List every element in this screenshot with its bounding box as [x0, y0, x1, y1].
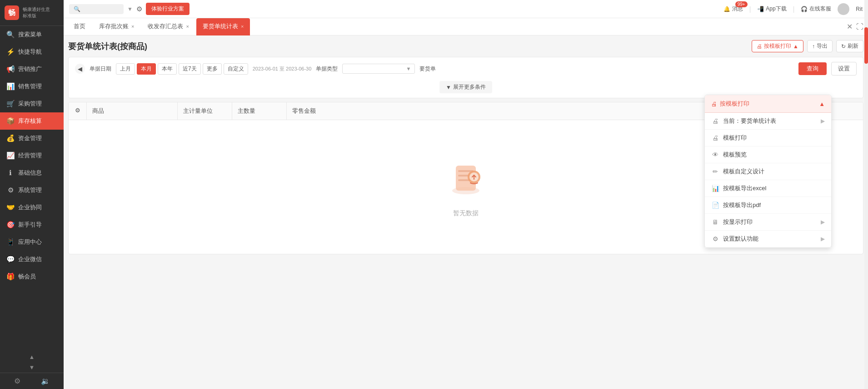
sidebar-logo[interactable]: 畅 畅康通好生意 标准版 — [0, 0, 64, 26]
topbar-chevron-icon[interactable]: ▼ — [127, 6, 133, 12]
date-btn-last-month[interactable]: 上月 — [116, 63, 135, 75]
sidebar-item-inventory[interactable]: 📦 库存核算 — [0, 112, 64, 130]
speaker-icon[interactable]: 🔉 — [41, 377, 50, 385]
date-btn-this-month[interactable]: 本月 — [137, 63, 156, 75]
sidebar-item-appcenter[interactable]: 📱 应用中心 — [0, 233, 64, 251]
printer-header-icon: 🖨 — [711, 101, 717, 107]
date-btn-custom[interactable]: 自定义 — [224, 63, 248, 75]
sidebar-item-member[interactable]: 🎁 畅会员 — [0, 268, 64, 285]
sidebar-scroll-down[interactable]: ▼ — [0, 362, 64, 373]
printer-icon: 🖨 — [757, 43, 762, 50]
dropdown-current-label: 当前：要货单统计表 — [723, 117, 776, 125]
trial-industry-button[interactable]: 体验行业方案 — [146, 3, 190, 15]
app-download-item[interactable]: 📲 App下载 — [757, 5, 786, 13]
empty-icon — [443, 157, 489, 202]
template-print-button[interactable]: 🖨 按模板打印 ▲ — [752, 40, 803, 52]
filter-collapse-button[interactable]: ◀ — [75, 64, 85, 74]
page-actions: 🖨 按模板打印 ▲ ↑ 导出 ↻ 刷新 — [752, 40, 863, 52]
date-btn-this-year[interactable]: 本年 — [158, 63, 177, 75]
sidebar-item-wechat[interactable]: 💬 企业微信 — [0, 251, 64, 268]
dropdown-export-excel-item[interactable]: 📊 按模板导出excel — [705, 180, 831, 197]
sidebar-item-label: 营销推广 — [18, 65, 42, 73]
doctype-select[interactable]: ▼ — [342, 64, 415, 74]
dropdown-preview-label: 模板预览 — [723, 151, 747, 159]
topbar-search-box[interactable]: 🔍 — [69, 4, 124, 14]
message-item[interactable]: 🔔 消息 99+ — [723, 5, 743, 13]
sidebar-item-sales[interactable]: 📊 销售管理 — [0, 78, 64, 95]
sidebar-item-finance[interactable]: 💰 资金管理 — [0, 130, 64, 147]
sidebar-item-purchase[interactable]: 🛒 采购管理 — [0, 95, 64, 112]
topbar-gear-icon[interactable]: ⚙ — [136, 5, 142, 13]
tab-inventory-batch[interactable]: 库存批次账 × — [93, 18, 140, 35]
sidebar-item-quicknav[interactable]: ⚡ 快捷导航 — [0, 43, 64, 61]
settings-icon[interactable]: ⚙ — [14, 377, 20, 385]
sidebar-item-basic-info[interactable]: ℹ 基础信息 — [0, 164, 64, 182]
dropdown-default-func-item[interactable]: ⚙ 设置默认功能 ▶ — [705, 231, 831, 248]
sidebar-item-system[interactable]: ⚙ 系统管理 — [0, 182, 64, 199]
expand-filter-button[interactable]: ▼ 展开更多条件 — [439, 81, 492, 93]
tab-inventory-batch-close[interactable]: × — [131, 24, 134, 29]
topbar-sep2: | — [793, 5, 795, 13]
date-btn-7days[interactable]: 近7天 — [179, 63, 201, 75]
date-btn-more[interactable]: 更多 — [203, 63, 222, 75]
refresh-icon: ↻ — [841, 43, 846, 50]
tab-order-stats[interactable]: 要货单统计表 × — [196, 18, 250, 35]
dropdown-template-print-label: 模板打印 — [723, 134, 747, 142]
sidebar-item-label: 搜索菜单 — [18, 30, 42, 39]
th-unit: 主计量单位 — [178, 102, 232, 120]
refresh-button[interactable]: ↻ 刷新 — [836, 40, 863, 52]
date-range-buttons: 上月 本月 本年 近7天 更多 自定义 — [116, 63, 248, 75]
tab-home-label: 首页 — [74, 22, 85, 30]
sidebar-item-search[interactable]: 🔍 搜索菜单 — [0, 26, 64, 43]
box-icon: 📦 — [6, 117, 15, 125]
dropdown-template-preview-item[interactable]: 👁 模板预览 — [705, 147, 831, 163]
sidebar-scroll-up[interactable]: ▲ — [0, 352, 64, 362]
chevron-up-dropdown-icon[interactable]: ▲ — [819, 101, 825, 107]
tabbar-expand-icon[interactable]: ⛶ — [856, 23, 863, 31]
expand-icon: ▼ — [446, 84, 451, 91]
megaphone-icon: 📢 — [6, 65, 15, 73]
export-button[interactable]: ↑ 导出 — [807, 40, 833, 52]
money-icon: 💰 — [6, 134, 15, 142]
dropdown-display-print-item[interactable]: 🖥 按显示打印 ▶ — [705, 214, 831, 231]
chat-icon: 💬 — [6, 255, 15, 263]
tab-home[interactable]: 首页 — [67, 18, 92, 35]
sidebar-item-label: 畅会员 — [18, 273, 36, 281]
sidebar-bottom: ⚙ 🔉 — [0, 373, 64, 389]
topbar: 🔍 ▼ ⚙ 体验行业方案 🔔 消息 99+ | 📲 App下载 | 🎧 在线客服… — [64, 0, 868, 18]
sidebar-item-operations[interactable]: 📈 经营管理 — [0, 147, 64, 164]
dropdown-design-label: 模板自定义设计 — [723, 167, 764, 176]
sidebar-item-label: 库存核算 — [18, 117, 42, 125]
tab-order-stats-close[interactable]: × — [241, 24, 244, 29]
settings-button[interactable]: 设置 — [831, 62, 857, 76]
sidebar-item-guide[interactable]: 🎯 新手引导 — [0, 216, 64, 233]
dropdown-template-design-item[interactable]: ✏ 模板自定义设计 — [705, 163, 831, 180]
tab-order-stats-label: 要货单统计表 — [203, 22, 238, 30]
sidebar-item-label: 企业协同 — [18, 203, 42, 212]
gear-icon: ⚙ — [6, 186, 15, 194]
dropdown-header: 🖨 按模板打印 ▲ — [705, 95, 831, 113]
dropdown-template-print-item[interactable]: 🖨 模板打印 — [705, 130, 831, 147]
display-print-arrow-icon: ▶ — [821, 219, 825, 225]
template-print-dropdown: 🖨 按模板打印 ▲ 🖨 当前：要货单统计表 ▶ 🖨 模板打印 👁 — [704, 95, 832, 248]
dropdown-header-right: ▲ — [819, 101, 825, 107]
tabbar-close-icon[interactable]: ✕ — [847, 22, 853, 31]
dropdown-export-pdf-item[interactable]: 📄 按模板导出pdf — [705, 197, 831, 214]
dropdown-header-left: 🖨 按模板打印 — [711, 100, 749, 108]
sidebar-item-marketing[interactable]: 📢 营销推广 — [0, 61, 64, 78]
chevron-up-icon: ▲ — [793, 43, 798, 50]
settings-gear-icon[interactable]: ⚙ — [75, 107, 80, 114]
th-qty: 主数量 — [232, 102, 287, 120]
design-icon: ✏ — [711, 168, 719, 175]
tab-receipt-summary-close[interactable]: × — [186, 24, 189, 29]
tab-receipt-summary[interactable]: 收发存汇总表 × — [141, 18, 195, 35]
sidebar-item-label: 经营管理 — [18, 152, 42, 160]
dropdown-current-item[interactable]: 🖨 当前：要货单统计表 ▶ — [705, 113, 831, 130]
page-scrollbar[interactable] — [864, 0, 868, 389]
th-check: ⚙ — [69, 102, 87, 120]
date-filter-label: 单据日期 — [90, 65, 111, 73]
sidebar-item-collab[interactable]: 🤝 企业协同 — [0, 199, 64, 216]
online-service-item[interactable]: 🎧 在线客服 — [801, 5, 831, 13]
query-button[interactable]: 查询 — [798, 62, 827, 75]
user-avatar[interactable] — [838, 3, 849, 15]
